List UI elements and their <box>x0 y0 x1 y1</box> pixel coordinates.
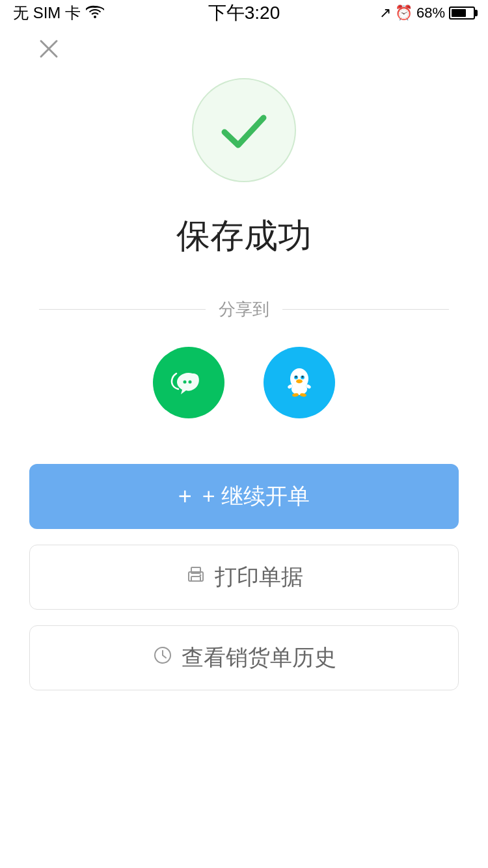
divider-line-left <box>39 309 206 310</box>
status-bar-right: ↗ ⏰ 68% <box>379 5 475 21</box>
share-icons-container <box>153 347 335 418</box>
qq-share-button[interactable] <box>264 347 335 418</box>
checkmark-icon <box>215 101 273 159</box>
battery-indicator <box>449 7 475 20</box>
svg-point-3 <box>183 380 186 383</box>
location-icon: ↗ <box>379 5 391 21</box>
close-button[interactable] <box>33 33 65 65</box>
svg-point-19 <box>200 575 202 576</box>
close-icon <box>38 38 59 59</box>
svg-point-10 <box>296 379 303 383</box>
success-title: 保存成功 <box>176 213 312 259</box>
print-button-label: 打印单据 <box>215 562 303 592</box>
print-icon <box>185 563 207 591</box>
action-buttons: + + 继续开单 打印单据 查看销货单历 <box>29 464 459 690</box>
status-bar: 无 SIM 卡 下午3:20 ↗ ⏰ 68% <box>0 0 488 26</box>
history-icon <box>152 644 174 671</box>
share-label: 分享到 <box>206 298 282 321</box>
history-button[interactable]: 查看销货单历史 <box>29 625 459 690</box>
plus-icon: + <box>178 483 192 510</box>
battery-percent: 68% <box>416 5 445 21</box>
success-indicator <box>192 78 296 182</box>
status-bar-time: 下午3:20 <box>208 1 280 25</box>
continue-button[interactable]: + + 继续开单 <box>29 464 459 529</box>
wifi-icon <box>86 4 104 22</box>
svg-point-8 <box>295 375 297 377</box>
share-divider: 分享到 <box>0 298 488 321</box>
svg-rect-18 <box>191 576 200 581</box>
wechat-icon <box>168 362 210 404</box>
status-bar-left: 无 SIM 卡 <box>13 3 104 23</box>
continue-button-label: + 继续开单 <box>202 481 310 511</box>
alarm-icon: ⏰ <box>395 5 413 21</box>
qq-icon <box>278 362 321 404</box>
carrier-label: 无 SIM 卡 <box>13 3 81 23</box>
print-button[interactable]: 打印单据 <box>29 545 459 610</box>
svg-point-11 <box>291 383 307 395</box>
svg-point-4 <box>188 380 191 383</box>
wechat-share-button[interactable] <box>153 347 224 418</box>
divider-line-right <box>282 309 449 310</box>
main-content: 保存成功 分享到 <box>0 26 488 690</box>
svg-point-9 <box>301 375 303 377</box>
history-button-label: 查看销货单历史 <box>182 643 336 673</box>
